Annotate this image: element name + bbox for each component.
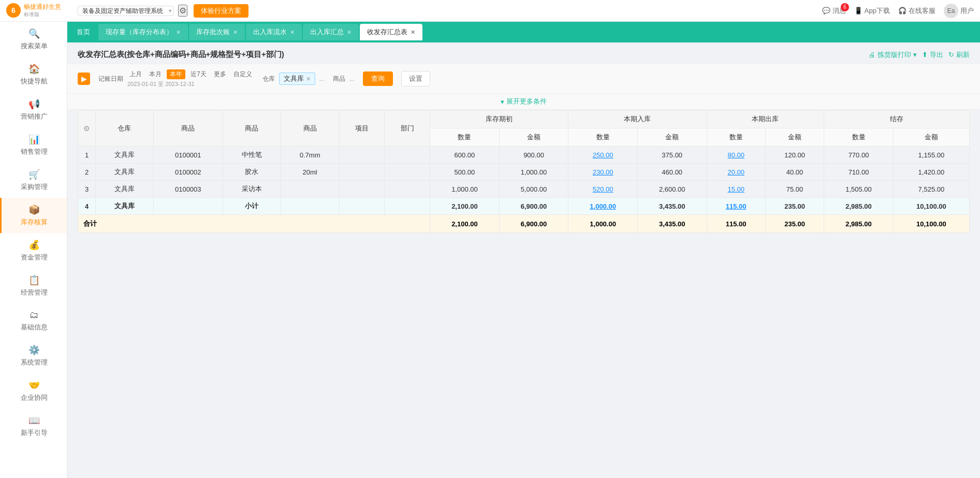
tab-stock-dist-close[interactable]: ✕: [176, 29, 181, 36]
row-out-qty[interactable]: 80.00: [707, 147, 765, 164]
tab-home-label: 首页: [77, 27, 90, 37]
row-in-qty-link[interactable]: 250.00: [593, 151, 613, 159]
book-icon: 📖: [28, 415, 40, 426]
warehouse-more[interactable]: ...: [319, 75, 325, 82]
sidebar-item-finance[interactable]: 💰 资金管理: [0, 233, 67, 268]
sidebar-item-basicinfo[interactable]: 🗂 基础信息: [0, 303, 67, 338]
query-button[interactable]: 查询: [363, 71, 393, 86]
row-code: 0100003: [153, 181, 223, 198]
row-out-qty-link[interactable]: 80.00: [727, 151, 744, 159]
row-in-qty[interactable]: 230.00: [568, 164, 638, 181]
tab-inout-summary-close[interactable]: ✕: [347, 29, 352, 36]
expand-more-button[interactable]: ▾ 展开更多条件: [501, 97, 547, 106]
sidebar-item-purchase-label: 采购管理: [21, 182, 48, 192]
warehouse-filter-label: 仓库: [262, 75, 275, 83]
col-open-qty-header: 数量: [430, 128, 500, 147]
row-out-qty-link[interactable]: 115.00: [726, 202, 747, 210]
system-selector[interactable]: 装备及固定资产辅助管理系统: [78, 6, 174, 16]
online-service-button[interactable]: 🎧 在线客服: [898, 6, 935, 16]
tab-inout-summary[interactable]: 出入库汇总 ✕: [303, 24, 359, 40]
experience-button[interactable]: 体验行业方案: [194, 4, 248, 18]
logo-text: 畅捷通好生意: [24, 3, 61, 10]
column-settings-icon[interactable]: ⚙: [83, 124, 90, 133]
row-out-qty-link[interactable]: 15.00: [727, 185, 744, 193]
user-menu[interactable]: Ea 用户: [944, 4, 974, 18]
row-name: 胶水: [223, 164, 281, 181]
printer-icon: 🖨: [869, 51, 875, 59]
tab-home[interactable]: 首页: [69, 24, 97, 40]
sidebar-item-purchase[interactable]: 🛒 采购管理: [0, 163, 67, 198]
row-in-qty-link[interactable]: 520.00: [593, 185, 613, 193]
row-open-amt: 5,000.00: [499, 181, 568, 198]
sidebar-item-marketing[interactable]: 📢 营销推广: [0, 92, 67, 127]
col-bal-amt-header: 金额: [893, 128, 969, 147]
app-download-label: App下载: [865, 6, 890, 16]
shortcut-last-month[interactable]: 上月: [127, 69, 144, 79]
headset-icon: 🎧: [898, 7, 906, 15]
avatar: Ea: [944, 4, 958, 18]
row-out-qty[interactable]: 20.00: [707, 164, 765, 181]
col-warehouse-header: 仓库: [96, 110, 154, 147]
row-in-qty[interactable]: 250.00: [568, 147, 638, 164]
row-out-qty[interactable]: 15.00: [707, 181, 765, 198]
tab-recv-send-close[interactable]: ✕: [411, 29, 415, 36]
row-code: [153, 198, 223, 215]
tab-recv-send[interactable]: 收发存汇总表 ✕: [360, 24, 422, 40]
warehouse-tag: 文具库 ✕: [279, 73, 315, 85]
sidebar-item-inventory[interactable]: 📦 库存核算: [0, 198, 67, 233]
row-in-qty[interactable]: 1,000.00: [568, 198, 638, 215]
tab-inout-flow-close[interactable]: ✕: [290, 29, 295, 36]
row-in-qty[interactable]: 520.00: [568, 181, 638, 198]
row-out-amt: 235.00: [765, 198, 824, 215]
row-spec: [281, 198, 339, 215]
tab-batch-close[interactable]: ✕: [233, 29, 238, 36]
page-title: 收发存汇总表(按仓库+商品编码+商品+规格型号+项目+部门): [78, 50, 284, 60]
row-out-qty[interactable]: 115.00: [707, 198, 765, 215]
system-selector-wrap[interactable]: 装备及固定资产辅助管理系统: [78, 6, 174, 16]
export-button[interactable]: ⬆ 导出: [922, 50, 943, 60]
print-button[interactable]: 🖨 拣货版打印 ▾: [869, 50, 917, 60]
shortcut-custom[interactable]: 自定义: [231, 69, 254, 79]
sidebar-item-system[interactable]: ⚙️ 系统管理: [0, 338, 67, 373]
refresh-button[interactable]: ↻ 刷新: [948, 50, 970, 60]
row-out-qty-link[interactable]: 20.00: [727, 168, 744, 176]
sidebar-item-quicknav[interactable]: 🏠 快捷导航: [0, 57, 67, 92]
logo-sub: 标准版: [24, 11, 61, 18]
tab-batch[interactable]: 库存批次账 ✕: [189, 24, 245, 40]
refresh-icon: ↻: [948, 51, 954, 59]
message-button[interactable]: 💬 消息 6: [822, 6, 846, 16]
shortcut-this-year[interactable]: 本年: [167, 69, 185, 79]
shortcut-7days[interactable]: 近7天: [188, 69, 209, 79]
goods-more[interactable]: ...: [349, 75, 355, 82]
filter-toggle-button[interactable]: ▶: [78, 73, 90, 85]
tab-stock-dist[interactable]: 现存量（库存分布表） ✕: [98, 24, 188, 40]
shortcut-this-month[interactable]: 本月: [147, 69, 164, 79]
col-code-header: 商品: [153, 110, 223, 147]
tab-inout-flow[interactable]: 出入库流水 ✕: [246, 24, 302, 40]
warehouse-tag-close[interactable]: ✕: [306, 76, 311, 82]
table-wrap: ⚙ 仓库 商品 商品 商品 项目 部门 库存期初 本期入库 本期出库 结存: [67, 110, 980, 243]
shortcut-more[interactable]: 更多: [212, 69, 228, 79]
box-icon: 📦: [28, 204, 40, 215]
tab-stock-dist-label: 现存量（库存分布表）: [106, 27, 173, 37]
main-content: 收发存汇总表(按仓库+商品编码+商品+规格型号+项目+部门) 🖨 拣货版打印 ▾…: [67, 42, 980, 478]
sidebar-item-collab[interactable]: 🤝 企业协同: [0, 373, 67, 409]
row-in-qty-link[interactable]: 230.00: [593, 168, 613, 176]
sidebar-item-operations[interactable]: 📋 经营管理: [0, 268, 67, 303]
folder-icon: 🗂: [30, 310, 39, 321]
app-download-button[interactable]: 📱 App下载: [854, 6, 890, 16]
sidebar-item-sales[interactable]: 📊 销售管理: [0, 127, 67, 163]
sidebar-item-search[interactable]: 🔍 搜索菜单: [0, 22, 67, 57]
row-name: 采访本: [223, 181, 281, 198]
col-bal-header: 结存: [824, 110, 970, 128]
row-open-amt: 1,000.00: [499, 164, 568, 181]
row-in-qty-link[interactable]: 1,000.00: [590, 202, 616, 210]
sidebar-item-marketing-label: 营销推广: [21, 112, 48, 121]
footer-label: 合计: [78, 215, 430, 233]
col-open-amt-header: 金额: [499, 128, 568, 147]
row-bal-amt: 7,525.00: [893, 181, 969, 198]
gear-button[interactable]: ⚙: [178, 5, 187, 17]
col-settings-header[interactable]: ⚙: [78, 110, 96, 147]
settings-button[interactable]: 设置: [401, 71, 430, 86]
sidebar-item-newbie[interactable]: 📖 新手引导: [0, 409, 67, 444]
